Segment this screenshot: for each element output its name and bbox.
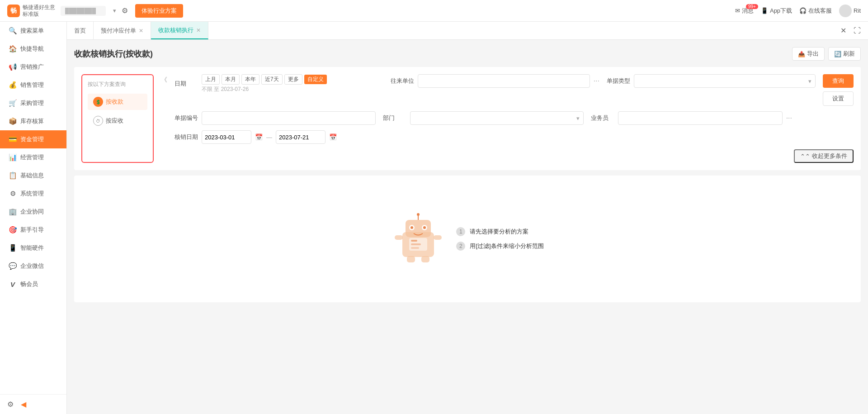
filter-option-by-receipt[interactable]: 💲 按收款 (88, 94, 147, 110)
online-support-button[interactable]: 🎧 在线客服 (799, 7, 832, 15)
dept-label: 部门 (383, 114, 406, 122)
filter-fields: 日期 上月 本月 本年 近7天 更多 自定义 不限 至 (175, 74, 854, 163)
svg-rect-13 (411, 240, 417, 242)
gear-icon[interactable]: ⚙ (122, 6, 128, 15)
sidebar-item-inventory[interactable]: 📦 库存核算 (0, 112, 66, 130)
tab-receipt-verify-close-icon[interactable]: ✕ (196, 27, 201, 33)
empty-tip-2: 2 用[过滤]条件来缩小分析范围 (456, 242, 543, 251)
sidebar-item-hardware[interactable]: 📱 智能硬件 (0, 239, 66, 257)
doc-type-field: 单据类型 ▾ (607, 74, 816, 88)
date-this-year-button[interactable]: 本年 (241, 74, 259, 85)
sidebar-bottom: ⚙ ◀ (0, 394, 66, 414)
doc-type-label: 单据类型 (607, 77, 630, 85)
collapse-more-button[interactable]: ⌃⌃ 收起更多条件 (794, 149, 854, 163)
collapse-more-row: ⌃⌃ 收起更多条件 (175, 149, 854, 163)
dept-field: 部门 ▾ (383, 111, 584, 125)
finance-icon: 💳 (9, 135, 17, 143)
tab-prepay-close-icon[interactable]: ✕ (139, 28, 143, 34)
filter-option-by-receivable[interactable]: ⏱ 按应收 (88, 113, 147, 129)
staff-dots-icon[interactable]: ··· (786, 114, 792, 122)
guide-icon: 🎯 (9, 226, 17, 234)
verify-date-label: 核销日期 (175, 133, 198, 141)
query-button[interactable]: 查询 (823, 74, 854, 88)
setting-button[interactable]: 设置 (823, 91, 854, 106)
tab-close-all-icon[interactable]: ✕ (839, 24, 848, 37)
verify-date-start-calendar-icon[interactable]: 📅 (255, 133, 263, 141)
user-profile[interactable]: Rit (839, 5, 861, 17)
date-range-dash: — (266, 134, 272, 141)
export-button[interactable]: 📤 导出 (792, 47, 825, 61)
app-download-button[interactable]: 📱 App下载 (761, 7, 792, 15)
partner-input[interactable] (418, 74, 590, 88)
logo: 畅 畅捷通好生意 标准版 (7, 4, 55, 17)
date-this-month-button[interactable]: 本月 (222, 74, 240, 85)
messages-button[interactable]: ✉ 消息 99+ (735, 7, 754, 15)
main-layout: 🔍 搜索菜单 🏠 快捷导航 📢 营销推广 💰 销售管理 🛒 采购管理 📦 库存核… (0, 22, 868, 414)
member-icon: V (9, 281, 17, 288)
solution-button[interactable]: 体验行业方案 (135, 4, 183, 18)
partner-field: 往来单位 ··· (391, 74, 599, 88)
filter-panel-title: 按以下方案查询 (88, 81, 147, 88)
empty-tips: 1 请先选择要分析的方案 2 用[过滤]条件来缩小分析范围 (456, 227, 543, 251)
svg-rect-8 (395, 235, 403, 240)
sidebar-item-member[interactable]: V 畅会员 (0, 275, 66, 293)
sidebar-item-finance[interactable]: 💳 资金管理 (0, 130, 66, 148)
page-content: 收款核销执行(按收款) 📤 导出 🔄 刷新 按以下方案查询 (67, 40, 868, 414)
avatar (839, 5, 852, 17)
date-custom-button[interactable]: 自定义 (304, 75, 327, 84)
sidebar-item-operation[interactable]: 📊 经营管理 (0, 148, 66, 167)
tab-prepay[interactable]: 预付冲应付单 ✕ (94, 22, 151, 39)
message-icon: ✉ (735, 7, 740, 14)
sidebar-item-marketing[interactable]: 📢 营销推广 (0, 58, 66, 76)
empty-state: 1 请先选择要分析的方案 2 用[过滤]条件来缩小分析范围 (74, 176, 861, 302)
empty-state-illustration (391, 212, 445, 266)
sidebar-item-sales[interactable]: 💰 销售管理 (0, 76, 66, 94)
filter-row-2: 单据编号 部门 ▾ 业务员 (175, 111, 854, 125)
doc-no-label: 单据编号 (175, 114, 198, 122)
sidebar-item-basic-info[interactable]: 📋 基础信息 (0, 167, 66, 185)
sidebar-item-system[interactable]: ⚙ 系统管理 (0, 185, 66, 203)
sidebar-item-quick-nav[interactable]: 🏠 快捷导航 (0, 40, 66, 58)
logo-text: 畅捷通好生意 标准版 (23, 4, 55, 17)
verify-date-start-input[interactable] (202, 130, 251, 144)
sidebar-item-search-menu[interactable]: 🔍 搜索菜单 (0, 22, 66, 40)
date-7days-button[interactable]: 近7天 (261, 74, 283, 85)
filter-left-panel: 按以下方案查询 💲 按收款 ⏱ 按应收 (81, 74, 154, 163)
message-badge: 99+ (746, 4, 758, 9)
doc-no-input[interactable] (202, 111, 376, 125)
company-chevron-icon[interactable]: ▾ (113, 7, 116, 14)
sidebar-item-guide[interactable]: 🎯 新手引导 (0, 221, 66, 239)
hardware-icon: 📱 (9, 244, 17, 252)
staff-label: 业务员 (591, 114, 614, 122)
sidebar-collapse-button[interactable]: ◀ (21, 400, 26, 409)
sidebar-item-wechat[interactable]: 💬 企业微信 (0, 257, 66, 275)
sidebar: 🔍 搜索菜单 🏠 快捷导航 📢 营销推广 💰 销售管理 🛒 采购管理 📦 库存核… (0, 22, 67, 414)
date-label: 日期 (175, 80, 198, 88)
tab-receipt-verify[interactable]: 收款核销执行 ✕ (151, 22, 208, 39)
staff-input[interactable] (618, 111, 782, 125)
sidebar-settings-icon[interactable]: ⚙ (7, 400, 14, 409)
verify-date-row: 核销日期 📅 — 📅 (175, 130, 854, 144)
refresh-icon: 🔄 (834, 51, 841, 57)
date-last-month-button[interactable]: 上月 (202, 74, 220, 85)
dept-select[interactable]: ▾ (410, 111, 584, 125)
tip-1-number: 1 (456, 227, 465, 236)
date-more-button[interactable]: 更多 (284, 74, 302, 85)
home-icon: 🏠 (9, 45, 17, 53)
search-menu-icon: 🔍 (9, 27, 17, 35)
tab-home[interactable]: 首页 (67, 22, 94, 39)
sales-icon: 💰 (9, 81, 17, 89)
tab-expand-icon[interactable]: ⛶ (852, 25, 863, 37)
sidebar-item-purchase[interactable]: 🛒 采购管理 (0, 94, 66, 112)
verify-date-end-calendar-icon[interactable]: 📅 (329, 133, 337, 141)
enterprise-icon: 🏢 (9, 208, 17, 216)
verify-date-end-input[interactable] (276, 130, 326, 144)
refresh-button[interactable]: 🔄 刷新 (828, 47, 861, 61)
svg-rect-14 (411, 243, 421, 245)
collapse-left-panel-button[interactable]: 《 (161, 74, 167, 84)
sidebar-item-enterprise[interactable]: 🏢 企业协同 (0, 203, 66, 221)
filter-panel: 按以下方案查询 💲 按收款 ⏱ 按应收 《 (74, 67, 861, 170)
doc-type-select[interactable]: ▾ (634, 74, 816, 88)
partner-dots-icon[interactable]: ··· (594, 77, 599, 85)
company-selector[interactable]: ████████ (61, 6, 106, 16)
